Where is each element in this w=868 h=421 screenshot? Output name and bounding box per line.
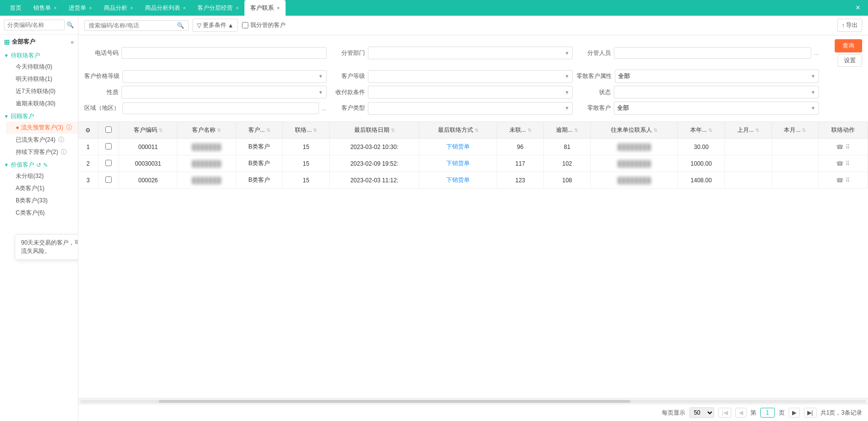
last-contact-method-link[interactable]: 下销货单 [446,176,470,183]
sidebar-item-unclassified[interactable]: 未分组(32) [6,170,78,182]
next-page-btn[interactable]: ▶ [789,408,800,418]
select-all-checkbox[interactable] [105,126,112,133]
row-checkbox[interactable] [105,143,112,149]
last-contact-method-link[interactable]: 下销货单 [446,143,470,150]
status-select[interactable]: ▼ [614,86,819,99]
action-more-icon[interactable]: ⠿ [845,144,850,150]
dept-select[interactable]: ▼ [368,47,573,59]
customer-type-select[interactable]: ▼ [368,102,573,115]
th-gear[interactable]: ⚙ [78,122,98,139]
export-btn[interactable]: ↑ 导出 [837,19,862,32]
price-level-select[interactable]: ▼ [122,70,327,83]
table-cell: ☎⠿ [819,155,868,172]
tab-customer-contact[interactable]: 客户联系 × [244,0,286,16]
manager-more-icon[interactable]: ... [814,50,819,56]
tab-sales[interactable]: 销售单 × [27,0,63,16]
sort-contact-icon[interactable]: ⇅ [313,127,317,133]
tab-product-analysis[interactable]: 商品分析 × [98,0,139,16]
more-conditions-btn[interactable]: ▽ 更多条件 ▲ [193,19,238,32]
sort-name-icon[interactable]: ⇅ [217,127,221,133]
row-checkbox[interactable] [105,160,112,166]
last-page-btn[interactable]: ▶| [804,408,817,418]
table-cell: 下销货单 [419,139,497,155]
filter-field-status: 状态 ▼ [577,86,819,99]
expand-icon: ▲ [228,22,234,29]
action-contact-icon[interactable]: ☎ [836,160,844,167]
my-customers-checkbox[interactable] [242,22,248,28]
retail-customer-select[interactable]: 全部 ▼ [614,101,819,115]
sort-uncontacted-icon[interactable]: ⇅ [528,127,531,133]
filter-panel: 电话号码 分管部门 ▼ 分管人员 ... 查询 设置 [78,35,868,122]
tab-purchase[interactable]: 进货单 × [63,0,98,16]
sidebar-group-pending[interactable]: ▼ 待联络客户 [0,49,78,61]
action-contact-icon[interactable]: ☎ [836,144,844,150]
sort-last-month-icon[interactable]: ⇅ [755,127,759,133]
sidebar-item-declining[interactable]: 持续下滑客户(2) ⓘ [6,146,78,158]
customer-level-select[interactable]: ▼ [368,70,573,83]
page-input[interactable] [760,408,775,418]
sort-person-icon[interactable]: ⇅ [653,127,657,133]
region-input[interactable] [122,102,319,114]
manager-input[interactable] [614,47,811,59]
retail-attr-select[interactable]: 全部 ▼ [615,70,819,83]
value-refresh-icon[interactable]: ↺ [36,162,41,169]
sidebar-item-churned[interactable]: 已流失客户(24) ⓘ [6,134,78,146]
phone-input[interactable] [121,47,327,59]
sidebar-collapse-btn[interactable]: « [71,39,74,46]
tab-close-purchase[interactable]: × [89,5,92,11]
sidebar-item-overdue-pending[interactable]: 逾期未联络(30) [6,98,78,110]
table-cell: 000011 [119,139,177,155]
sort-type-icon[interactable]: ⇅ [266,127,270,133]
filter-search-icon[interactable]: 🔍 [177,22,184,29]
sidebar-item-7days-pending[interactable]: 近7天待联络(0) [6,85,78,98]
filter-field-payment: 收付款条件 ▼ [331,86,573,99]
scrollbar-track[interactable] [80,400,866,403]
th-this-year: 本年... ⇅ [678,122,725,139]
sidebar-root[interactable]: ⊞ 全部客户 « [0,35,78,49]
filter-search-input[interactable] [89,22,177,29]
action-more-icon[interactable]: ⠿ [845,177,850,184]
sidebar-item-class-b[interactable]: B类客户(33) [6,195,78,207]
region-more-icon[interactable]: ... [322,105,327,112]
tab-close-customer-contact[interactable]: × [277,5,280,11]
prev-page-btn[interactable]: ◀ [735,408,747,418]
sort-method-icon[interactable]: ⇅ [475,127,479,133]
sidebar-search-icon[interactable]: 🔍 [67,22,74,28]
close-all-tabs[interactable]: × [852,3,864,12]
sort-overdue-icon[interactable]: ⇅ [574,127,578,133]
tab-customer-tier[interactable]: 客户分层经营 × [192,0,244,16]
sidebar-item-tomorrow-pending[interactable]: 明天待联络(1) [6,73,78,85]
sort-this-month-icon[interactable]: ⇅ [802,127,806,133]
sidebar-group-review[interactable]: ▼ 回顾客户 [0,110,78,122]
tab-close-product-analysis-list[interactable]: × [183,5,186,11]
sidebar-item-churn-warning[interactable]: ● 流失预警客户(3) ⓘ [6,122,78,134]
sidebar-item-class-c[interactable]: C类客户(6) [6,207,78,219]
tab-close-product-analysis[interactable]: × [130,5,133,11]
sort-date-icon[interactable]: ⇅ [391,127,395,133]
tab-close-customer-tier[interactable]: × [236,5,239,11]
sidebar-search-input[interactable] [4,20,65,30]
action-contact-icon[interactable]: ☎ [836,177,844,184]
th-checkbox[interactable] [98,122,119,139]
tab-home[interactable]: 首页 [4,0,27,16]
row-checkbox[interactable] [105,176,112,183]
settings-btn[interactable]: 设置 [838,54,862,67]
per-page-select[interactable]: 50 100 [689,407,714,418]
payment-select[interactable]: ▼ [368,86,573,99]
tab-close-sales[interactable]: × [54,5,57,11]
action-more-icon[interactable]: ⠿ [845,160,850,167]
last-contact-method-link[interactable]: 下销货单 [446,160,470,167]
first-page-btn[interactable]: |◀ [718,408,731,418]
my-customers-label[interactable]: 我分管的客户 [242,21,286,29]
sort-this-year-icon[interactable]: ⇅ [708,127,712,133]
sort-code-icon[interactable]: ⇅ [159,127,163,133]
scrollbar-thumb[interactable] [159,400,630,403]
gender-select[interactable]: ▼ [121,86,327,99]
sidebar-group-value[interactable]: ▼ 价值客户 ↺ ✎ [0,158,78,170]
tab-product-analysis-list[interactable]: 商品分析列表 × [139,0,192,16]
table-cell: 108 [544,172,591,189]
query-btn[interactable]: 查询 [835,39,862,52]
sidebar-item-today-pending[interactable]: 今天待联络(0) [6,61,78,73]
sidebar-item-class-a[interactable]: A类客户(1) [6,182,78,195]
value-edit-icon[interactable]: ✎ [43,162,48,169]
